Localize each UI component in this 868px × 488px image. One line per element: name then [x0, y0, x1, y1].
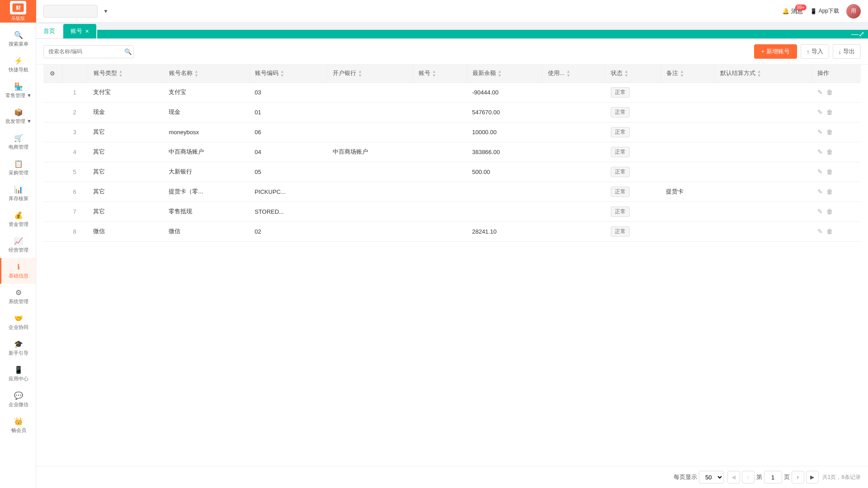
col-usage[interactable]: 使用...▲▼	[542, 65, 605, 82]
row-actions: ✎ 🗑	[812, 162, 861, 182]
sidebar-item-企业微信[interactable]: 💬 企业微信	[0, 387, 36, 413]
dropdown-icon: ▼	[103, 8, 108, 14]
row-name: 提货卡（零...	[163, 182, 249, 202]
sidebar-item-经营管理[interactable]: 📈 经营管理	[0, 232, 36, 258]
row-actions: ✎ 🗑	[812, 221, 861, 241]
edit-icon[interactable]: ✎	[817, 128, 823, 136]
col-name[interactable]: 账号名称▲▼	[163, 65, 249, 82]
import-label: 导入	[811, 47, 823, 56]
row-balance	[467, 202, 542, 221]
page-size-select[interactable]: 50 100 200	[699, 471, 724, 483]
sidebar-icon: 📱	[14, 366, 23, 374]
edit-icon[interactable]: ✎	[817, 188, 823, 195]
minimize-button[interactable]: —	[851, 30, 859, 38]
table-row: 7 其它 零售抵现 STORED... 正常 ✎ 🗑	[43, 202, 861, 221]
delete-icon[interactable]: 🗑	[826, 108, 833, 116]
row-default-pay	[714, 122, 812, 142]
row-type: 现金	[88, 102, 163, 122]
sidebar-item-基础信息[interactable]: ℹ 基础信息	[0, 258, 36, 284]
col-account[interactable]: 账号▲▼	[413, 65, 467, 82]
row-status: 正常	[605, 102, 661, 122]
row-actions: ✎ 🗑	[812, 202, 861, 221]
sidebar-item-企业协同[interactable]: 🤝 企业协同	[0, 310, 36, 335]
row-type: 其它	[88, 162, 163, 182]
row-remark	[660, 122, 714, 142]
topbar-search-input[interactable]	[43, 5, 98, 18]
tab-home[interactable]: 首页	[36, 24, 62, 38]
export-button[interactable]: ↓ 导出	[833, 44, 861, 59]
col-type[interactable]: 账号类型▲▼	[88, 65, 163, 82]
svg-text:财: 财	[15, 5, 21, 10]
col-status[interactable]: 状态▲▼	[605, 65, 661, 82]
edit-icon[interactable]: ✎	[817, 108, 823, 116]
sidebar-item-采购管理[interactable]: 📋 采购管理	[0, 155, 36, 181]
next-page-button[interactable]: ›	[792, 471, 804, 483]
add-account-button[interactable]: + 新增账号	[754, 44, 797, 59]
row-type: 支付宝	[88, 82, 163, 102]
col-settings[interactable]: ⚙	[43, 65, 61, 82]
sidebar-item-系统管理[interactable]: ⚙ 系统管理	[0, 284, 36, 310]
sidebar-item-新手引导[interactable]: 🎓 新手引导	[0, 335, 36, 361]
row-account	[413, 102, 467, 122]
row-remark: 提货卡	[660, 182, 714, 202]
sidebar-item-快捷导航[interactable]: ⚡ 快捷导航	[0, 52, 36, 78]
row-name: 现金	[163, 102, 249, 122]
sidebar-item-批发管理[interactable]: 📦 批发管理 ▼	[0, 103, 36, 129]
col-code[interactable]: 账号编码▲▼	[249, 65, 327, 82]
edit-icon[interactable]: ✎	[817, 208, 823, 215]
row-account	[413, 202, 467, 221]
delete-icon[interactable]: 🗑	[826, 128, 833, 136]
edit-icon[interactable]: ✎	[817, 228, 823, 235]
last-page-button[interactable]: ▶	[806, 471, 819, 483]
edit-icon[interactable]: ✎	[817, 148, 823, 155]
search-button[interactable]: 🔍	[121, 46, 134, 58]
sidebar-label: 搜索菜单	[9, 41, 28, 47]
topbar-dropdown[interactable]: ▼	[103, 8, 108, 14]
import-button[interactable]: ↑ 导入	[801, 44, 829, 59]
sidebar-item-库存核算[interactable]: 📊 库存核算	[0, 181, 36, 206]
sidebar-item-畅会员[interactable]: 👑 畅会员	[0, 413, 36, 438]
table-row: 8 微信 微信 02 28241.10 正常 ✎ 🗑	[43, 221, 861, 241]
delete-icon[interactable]: 🗑	[826, 89, 833, 96]
search-input[interactable]	[44, 46, 121, 57]
tab-close-icon[interactable]: ✕	[85, 28, 89, 34]
row-default-pay	[714, 82, 812, 102]
row-name: 大新银行	[163, 162, 249, 182]
row-type: 其它	[88, 202, 163, 221]
col-default-pay[interactable]: 默认结算方式▲▼	[714, 65, 812, 82]
page-size-wrapper: 每页显示 50 100 200	[674, 471, 724, 483]
tab-account[interactable]: 账号 ✕	[63, 24, 96, 38]
app-download-button[interactable]: 📱 App下载	[810, 7, 839, 15]
row-remark	[660, 162, 714, 182]
sidebar-item-搜索菜单[interactable]: 🔍 搜索菜单	[0, 26, 36, 52]
edit-icon[interactable]: ✎	[817, 89, 823, 96]
col-balance[interactable]: 最新余额▲▼	[467, 65, 542, 82]
toolbar: 🔍 + 新增账号 ↑ 导入 ↓ 导出	[36, 39, 868, 65]
phone-icon: 📱	[810, 8, 817, 14]
col-remark[interactable]: 备注▲▼	[660, 65, 714, 82]
delete-icon[interactable]: 🗑	[826, 148, 833, 155]
delete-icon[interactable]: 🗑	[826, 168, 833, 175]
message-button[interactable]: 🔔 消息 99+	[782, 7, 803, 15]
toolbar-left: 🔍	[43, 45, 134, 58]
sidebar-item-电商管理[interactable]: 🛒 电商管理	[0, 129, 36, 155]
row-code: 02	[249, 221, 327, 241]
user-avatar[interactable]: 用	[846, 4, 861, 19]
delete-icon[interactable]: 🗑	[826, 228, 833, 235]
col-bank[interactable]: 开户银行▲▼	[327, 65, 413, 82]
sidebar-item-零售管理[interactable]: 🏪 零售管理 ▼	[0, 78, 36, 103]
delete-icon[interactable]: 🗑	[826, 188, 833, 195]
row-name: moneybosx	[163, 122, 249, 142]
edit-icon[interactable]: ✎	[817, 168, 823, 175]
maximize-button[interactable]: ⤢	[859, 30, 864, 38]
sidebar-item-资金管理[interactable]: 💰 资金管理	[0, 206, 36, 232]
row-balance	[467, 182, 542, 202]
row-default-pay	[714, 162, 812, 182]
page-number-input[interactable]	[764, 471, 782, 483]
first-page-button[interactable]: ◀	[727, 471, 740, 483]
sidebar-item-应用中心[interactable]: 📱 应用中心	[0, 361, 36, 387]
topbar: ▼ 🔔 消息 99+ 📱 App下载 用	[36, 0, 868, 23]
delete-icon[interactable]: 🗑	[826, 208, 833, 215]
sidebar-label: 采购管理	[9, 169, 28, 176]
prev-page-button[interactable]: ‹	[742, 471, 755, 483]
